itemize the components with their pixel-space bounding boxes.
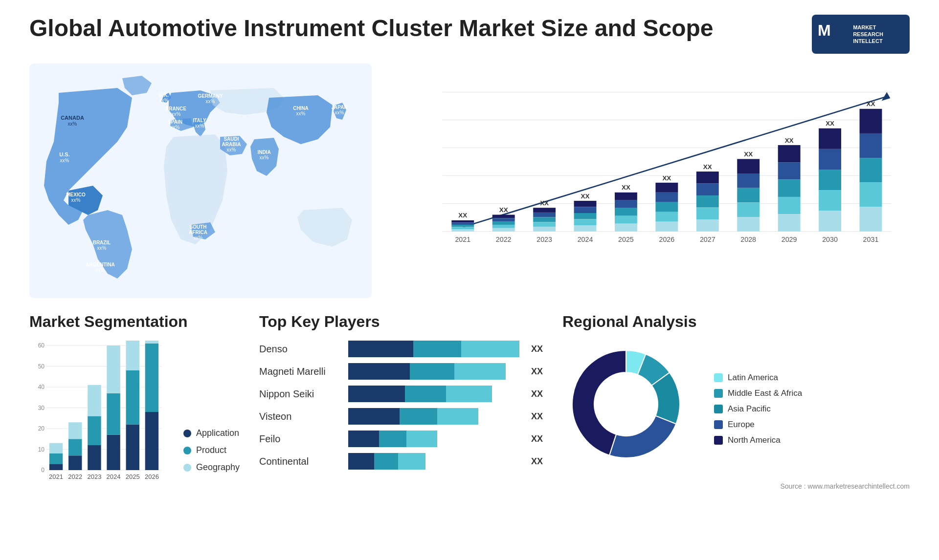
svg-rect-142: [88, 385, 101, 416]
svg-rect-137: [68, 439, 82, 455]
svg-text:2030: 2030: [822, 236, 838, 243]
svg-text:30: 30: [38, 405, 45, 411]
player-bar-segment: [348, 386, 405, 402]
logo: M MARKET RESEARCH INTELLECT: [812, 15, 910, 54]
regional-legend-label: Middle East & Africa: [728, 388, 802, 398]
svg-rect-99: [778, 180, 801, 197]
player-bar-inner: [348, 341, 521, 357]
svg-text:xx%: xx%: [206, 99, 215, 104]
svg-text:xx%: xx%: [194, 235, 203, 240]
svg-rect-66: [574, 225, 597, 232]
svg-marker-40: [882, 92, 891, 101]
svg-text:XX: XX: [499, 206, 508, 214]
player-bar: [348, 386, 521, 402]
logo-text: MARKET RESEARCH INTELLECT: [853, 24, 883, 45]
svg-rect-92: [737, 188, 760, 203]
svg-text:2022: 2022: [68, 473, 82, 480]
logo-letter: M: [818, 20, 831, 42]
player-bar-segment: [374, 453, 398, 470]
player-bar: [348, 408, 521, 425]
player-value: XX: [531, 411, 543, 422]
player-row: VisteonXX: [259, 408, 543, 425]
svg-text:CHINA: CHINA: [293, 106, 309, 111]
svg-text:xx%: xx%: [97, 245, 107, 251]
player-value: XX: [531, 456, 543, 467]
svg-rect-98: [778, 162, 801, 179]
svg-rect-154: [145, 341, 158, 344]
seg-legend-item: Application: [183, 428, 240, 438]
svg-rect-62: [574, 201, 597, 207]
player-bar-inner: [348, 408, 521, 425]
svg-rect-144: [107, 435, 120, 470]
player-bar-segment: [413, 341, 461, 357]
svg-text:10: 10: [38, 446, 45, 453]
svg-rect-59: [533, 227, 556, 232]
svg-rect-100: [778, 197, 801, 214]
svg-rect-64: [574, 213, 597, 219]
svg-rect-115: [860, 207, 882, 231]
seg-legend-item: Product: [183, 445, 240, 455]
legend-color: [183, 464, 191, 472]
svg-rect-101: [778, 214, 801, 231]
svg-text:40: 40: [38, 384, 45, 390]
svg-text:xx%: xx%: [96, 267, 105, 273]
svg-rect-72: [615, 216, 637, 224]
player-bar: [348, 341, 521, 357]
source-text: Source : www.marketresearchintellect.com: [562, 482, 910, 490]
svg-rect-50: [492, 221, 515, 225]
svg-text:2024: 2024: [107, 473, 121, 480]
svg-rect-51: [492, 225, 515, 228]
svg-text:XX: XX: [826, 120, 834, 127]
regional-legend-item: Middle East & Africa: [714, 388, 802, 398]
svg-text:2026: 2026: [659, 236, 675, 243]
player-bar-segment: [400, 408, 437, 425]
svg-rect-149: [126, 370, 139, 425]
regional-legend-color: [714, 436, 723, 445]
svg-rect-43: [451, 225, 474, 227]
svg-text:SPAIN: SPAIN: [168, 119, 182, 125]
svg-rect-90: [737, 159, 760, 173]
svg-rect-106: [819, 170, 841, 190]
svg-text:U.S.: U.S.: [59, 151, 69, 157]
player-row: ContinentalXX: [259, 453, 543, 470]
svg-rect-69: [615, 193, 637, 200]
world-map: CANADA xx% U.S. xx% MEXICO xx% BRAZIL xx…: [29, 64, 372, 298]
svg-rect-44: [451, 227, 474, 230]
svg-text:2026: 2026: [145, 473, 159, 480]
regional-legend-color: [714, 373, 723, 382]
player-bar-segment: [405, 386, 446, 402]
player-bar-segment: [437, 408, 478, 425]
page: Global Automotive Instrument Cluster Mar…: [0, 0, 939, 560]
legend-label: Geography: [196, 462, 240, 473]
svg-rect-49: [492, 218, 515, 221]
svg-rect-152: [145, 412, 158, 470]
svg-text:SOUTH: SOUTH: [190, 224, 207, 230]
svg-text:0: 0: [41, 467, 45, 474]
regional-legend-item: Latin America: [714, 373, 802, 383]
svg-rect-76: [655, 183, 678, 193]
regional-legend-label: North America: [728, 435, 781, 445]
player-bar-inner: [348, 386, 521, 402]
svg-text:2022: 2022: [496, 236, 512, 243]
player-bar-segment: [446, 386, 492, 402]
svg-rect-97: [778, 145, 801, 162]
player-bar-segment: [410, 363, 454, 380]
svg-rect-107: [819, 190, 841, 211]
svg-text:XX: XX: [703, 163, 712, 171]
svg-text:xx%: xx%: [60, 158, 69, 163]
player-bar: [348, 453, 521, 470]
svg-text:xx%: xx%: [71, 197, 81, 203]
svg-text:XX: XX: [785, 137, 794, 144]
svg-rect-113: [860, 158, 882, 182]
svg-text:JAPAN: JAPAN: [331, 105, 347, 110]
svg-rect-93: [737, 202, 760, 217]
svg-text:xx%: xx%: [195, 123, 204, 129]
player-bar-segment: [379, 431, 406, 447]
svg-rect-153: [145, 344, 158, 412]
player-bar-segment: [398, 453, 425, 470]
svg-rect-148: [126, 425, 139, 471]
player-bar-segment: [454, 363, 506, 380]
svg-text:xx%: xx%: [260, 155, 269, 160]
svg-rect-56: [533, 213, 556, 217]
svg-text:MEXICO: MEXICO: [66, 192, 86, 197]
